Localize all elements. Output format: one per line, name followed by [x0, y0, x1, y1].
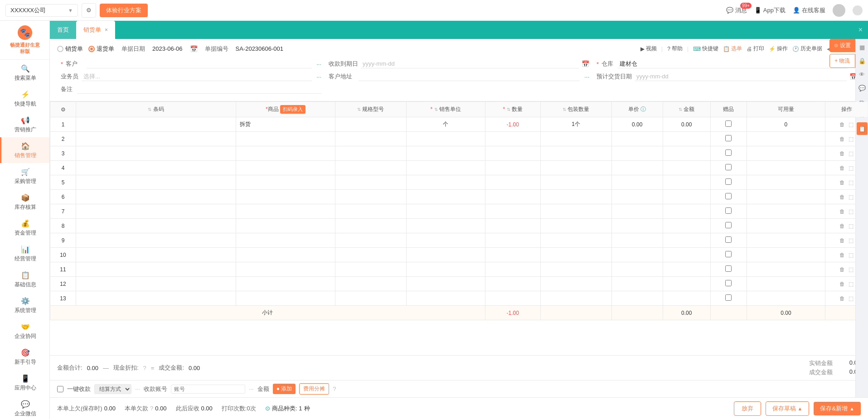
logistics-action-btn[interactable]: + 物流 [829, 54, 855, 68]
due-date-input[interactable] [361, 59, 579, 68]
cell-barcode-6[interactable] [76, 190, 236, 204]
sort-icon-barcode[interactable]: ⇅ [148, 107, 151, 112]
copy-icon-8[interactable]: ⬚ [849, 223, 853, 229]
copy-icon-3[interactable]: ⬚ [849, 150, 853, 157]
copy-icon-7[interactable]: ⬚ [849, 208, 853, 215]
warehouse-input[interactable] [618, 59, 848, 68]
side-panel-grid-icon[interactable]: ▦ [857, 41, 868, 53]
delete-icon-5[interactable]: 🗑 [839, 179, 845, 186]
add-payment-btn[interactable]: ● 添加 [273, 384, 296, 394]
online-service-btn[interactable]: 👤 在线客服 [793, 6, 825, 14]
message-btn[interactable]: 💬 消息 99+ [726, 6, 747, 14]
delete-icon-2[interactable]: 🗑 [839, 136, 845, 142]
toolbar-print[interactable]: 🖨 打印 [747, 45, 764, 53]
company-selector[interactable]: XXXXXX公司 ▼ [5, 4, 78, 17]
radio-return[interactable]: 退货单 [88, 45, 114, 53]
cell-gift-7[interactable] [710, 204, 747, 219]
cell-barcode-9[interactable] [76, 233, 236, 248]
delivery-date-input[interactable] [635, 72, 847, 81]
cell-barcode-5[interactable] [76, 175, 236, 190]
sidebar-item-basic[interactable]: 📋 基础信息 [0, 266, 49, 292]
cell-gift-12[interactable] [710, 277, 747, 291]
delete-icon-9[interactable]: 🗑 [839, 237, 845, 244]
toolbar-select[interactable]: 📋 选单 [723, 45, 742, 53]
discard-btn[interactable]: 放弃 [734, 401, 761, 416]
tab-bar-close-icon[interactable]: × [853, 26, 868, 34]
discount-info-icon[interactable]: ? [143, 365, 146, 371]
cell-barcode-11[interactable] [76, 262, 236, 277]
tab-home[interactable]: 首页 [50, 21, 76, 39]
salesperson-input[interactable] [82, 72, 312, 81]
delete-icon-8[interactable]: 🗑 [839, 223, 845, 229]
save-draft-btn[interactable]: 保存草稿 ▲ [766, 401, 810, 416]
one-click-payment-checkbox[interactable] [57, 386, 63, 392]
sidebar-item-purchase[interactable]: 🛒 采购管理 [0, 163, 49, 189]
sidebar-item-wecom[interactable]: 💬 企业微信 [0, 395, 49, 419]
delete-icon-1[interactable]: 🗑 [839, 121, 845, 128]
delete-icon-6[interactable]: 🗑 [839, 194, 845, 200]
cell-gift-9[interactable] [710, 233, 747, 248]
delete-icon-7[interactable]: 🗑 [839, 208, 845, 215]
cell-gift-2[interactable] [710, 132, 747, 146]
save-new-btn[interactable]: 保存&新增 ▲ [814, 402, 861, 415]
cell-barcode-8[interactable] [76, 219, 236, 233]
toolbar-video[interactable]: ▶ 视频 [640, 45, 657, 53]
price-info-icon[interactable]: ⓘ [640, 106, 646, 112]
delete-icon-13[interactable]: 🗑 [839, 295, 845, 302]
cell-barcode-7[interactable] [76, 204, 236, 219]
salesperson-dots-btn[interactable]: ··· [316, 73, 321, 80]
toolbar-shortcut[interactable]: ⌨ 快捷键 [693, 45, 718, 53]
payment-method-select[interactable]: 结算方式 [94, 384, 131, 394]
copy-icon-9[interactable]: ⬚ [849, 237, 853, 244]
customer-input[interactable] [87, 59, 312, 68]
delete-icon-12[interactable]: 🗑 [839, 281, 845, 287]
copy-icon-4[interactable]: ⬚ [849, 165, 853, 171]
sidebar-item-operations[interactable]: 📊 经营管理 [0, 241, 49, 266]
trial-btn[interactable]: 体验行业方案 [100, 4, 148, 17]
date-calendar-icon[interactable]: 📅 [190, 45, 198, 53]
payment-help-icon[interactable]: ? [333, 385, 336, 392]
debit-info-icon[interactable]: ? [150, 405, 153, 412]
cell-barcode-12[interactable] [76, 277, 236, 291]
sidebar-item-inventory[interactable]: 📦 库存核算 [0, 189, 49, 215]
cell-gift-4[interactable] [710, 161, 747, 175]
cell-barcode-2[interactable] [76, 132, 236, 146]
cell-barcode-13[interactable] [76, 291, 236, 306]
copy-icon-12[interactable]: ⬚ [849, 281, 853, 287]
side-panel-chat-icon[interactable]: 💬 [857, 82, 868, 94]
sort-icon-unit[interactable]: ⇅ [434, 107, 438, 112]
cell-gift-1[interactable] [710, 117, 747, 132]
cell-barcode-4[interactable] [76, 161, 236, 175]
cell-gift-13[interactable] [710, 291, 747, 306]
tab-close-icon[interactable]: × [105, 27, 108, 33]
address-dots-btn[interactable]: ··· [584, 73, 589, 80]
copy-icon-11[interactable]: ⬚ [849, 266, 853, 273]
due-date-calendar-icon[interactable]: 📅 [582, 60, 589, 67]
app-download-btn[interactable]: 📱 App下载 [754, 6, 786, 14]
sidebar-item-system[interactable]: ⚙️ 系统管理 [0, 292, 49, 318]
avatar[interactable] [833, 4, 845, 17]
copy-icon-10[interactable]: ⬚ [849, 252, 853, 258]
fee-split-btn[interactable]: 费用分摊 [299, 383, 329, 395]
cell-gift-8[interactable] [710, 219, 747, 233]
sidebar-item-finance[interactable]: 💰 资金管理 [0, 215, 49, 241]
toolbar-history[interactable]: 🕐 历史单据 [792, 45, 822, 53]
side-panel-eye-icon[interactable]: 👁 [857, 68, 868, 81]
tab-sales-order[interactable]: 销货单 × [76, 21, 115, 39]
cell-gift-5[interactable] [710, 175, 747, 190]
th-settings[interactable]: ⚙ [50, 102, 76, 117]
cell-gift-10[interactable] [710, 248, 747, 262]
sidebar-item-sales[interactable]: 🏠 销售管理 [0, 137, 49, 163]
cell-gift-11[interactable] [710, 262, 747, 277]
delete-icon-3[interactable]: 🗑 [839, 150, 845, 157]
sidebar-item-enterprise[interactable]: 🤝 企业协同 [0, 318, 49, 344]
sidebar-item-appcenter[interactable]: 📱 应用中心 [0, 370, 49, 395]
scan-btn[interactable]: 扫码录入 [280, 105, 305, 114]
sidebar-item-marketing[interactable]: 📢 营销推广 [0, 111, 49, 137]
settings-action-btn[interactable]: ⊙ 设置 [829, 39, 855, 52]
sort-icon-amount[interactable]: ⇅ [679, 107, 682, 112]
copy-icon-2[interactable]: ⬚ [849, 136, 853, 142]
customer-address-input[interactable] [359, 72, 580, 81]
cell-barcode-10[interactable] [76, 248, 236, 262]
sort-icon-qty[interactable]: ⇅ [507, 107, 510, 112]
